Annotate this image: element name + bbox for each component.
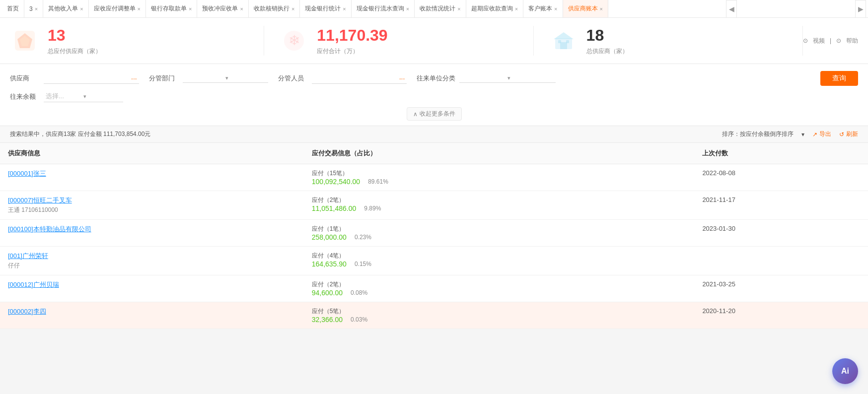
payable-info-cell: 应付（2笔）94,600.000.08% [304, 275, 695, 302]
supplier-info-cell: [000002]李四 [0, 302, 304, 329]
nav-tab-supplier-book[interactable]: 供应商账本 × [563, 0, 608, 18]
payable-amount[interactable]: 164,635.90 [312, 260, 347, 268]
department-select-wrap[interactable]: ▾ [183, 74, 268, 83]
overdue-query-close[interactable]: × [515, 6, 518, 12]
category-select-wrap[interactable]: ▾ [459, 74, 556, 83]
balance-select-wrap[interactable]: 选择... ▾ [44, 91, 123, 102]
person-ellipsis-btn[interactable]: ··· [399, 74, 405, 82]
stat1-label: 总应付供应商（家） [48, 47, 101, 56]
link-separator: | [830, 37, 831, 44]
stats-bar: 13 总应付供应商（家） ❄ 11,170.39 应付合计（万） 1 [0, 18, 868, 64]
main-table-wrap: 供应商信息 应付交易信息（占比） 上次付数 [000001]张三应付（15笔）1… [0, 143, 868, 329]
adjustment-close[interactable]: × [138, 6, 141, 12]
export-button[interactable]: ↗ 导出 [812, 130, 831, 138]
last-payment-date: 2023-01-30 [702, 225, 735, 232]
advance-receive-close[interactable]: × [240, 6, 243, 12]
customer-book-close[interactable]: × [554, 6, 557, 12]
payable-amount[interactable]: 94,600.00 [312, 289, 343, 297]
payable-label: 应付（4笔） [312, 252, 687, 260]
last-payment-cell: 2021-03-25 [694, 275, 868, 302]
cash-bank-flow-close[interactable]: × [406, 6, 409, 12]
payable-amount[interactable]: 100,092,540.00 [312, 178, 360, 186]
nav-tab-3[interactable]: 3 × [24, 0, 43, 18]
export-label: 导出 [819, 130, 831, 138]
payable-amount[interactable]: 258,000.00 [312, 233, 347, 241]
sort-label: 排序：按应付余额倒序排序 [722, 130, 794, 138]
nav-tab-customer-book[interactable]: 客户账本 × [523, 0, 563, 18]
video-link[interactable]: 视频 [813, 37, 825, 45]
sort-arrow-icon: ▾ [801, 131, 804, 138]
person-input-wrap: ··· [312, 73, 407, 84]
bank-deposit-close[interactable]: × [189, 6, 192, 12]
nav-tab-bank-deposit[interactable]: 银行存取款单 × [146, 0, 197, 18]
query-button[interactable]: 查询 [820, 71, 858, 86]
payable-amount[interactable]: 32,366.00 [312, 316, 343, 324]
nav-next-arrow[interactable]: ▶ [855, 0, 866, 18]
supplier-info-cell: [000007]恒旺二手叉车王通 17106110000 [0, 191, 304, 220]
nav-tab-cash-bank-stat[interactable]: 现金银行统计 × [300, 0, 351, 18]
store-icon [549, 26, 579, 56]
supplier-info-cell: [000012]广州贝瑞 [0, 275, 304, 302]
video-icon: ⊙ [803, 37, 808, 44]
payable-amount[interactable]: 11,051,486.00 [312, 204, 357, 212]
result-summary: 搜索结果中，供应商13家 应付金额 111,703,854.00元 [10, 130, 150, 138]
stat2-label: 应付合计（万） [317, 47, 387, 56]
supplier-link[interactable]: [000007]恒旺二手叉车 [8, 197, 72, 204]
nav-tab-other-income[interactable]: 其他收入单 × [43, 0, 88, 18]
filter-row-2: 往来余额 选择... ▾ [10, 91, 858, 102]
payable-label: 应付（2笔） [312, 196, 687, 204]
nav-tab-home[interactable]: 首页 [2, 0, 24, 18]
supplier-input[interactable] [46, 74, 129, 82]
supplier-input-wrap: ··· [44, 73, 139, 84]
supplier-filter: 供应商 ··· [10, 73, 139, 84]
nav-tab-advance-receive[interactable]: 预收冲应收单 × [197, 0, 248, 18]
tab3-close[interactable]: × [35, 6, 38, 12]
payable-info-cell: 应付（15笔）100,092,540.0089.61% [304, 164, 695, 191]
supplier-book-label: 供应商账本 [568, 4, 598, 13]
nav-tab-receipt-verify[interactable]: 收款核销执行 × [249, 0, 300, 18]
nav-tab-cash-bank-flow[interactable]: 现金银行流水查询 × [352, 0, 415, 18]
supplier-table: 供应商信息 应付交易信息（占比） 上次付数 [000001]张三应付（15笔）1… [0, 143, 868, 329]
person-input[interactable] [314, 74, 397, 82]
svg-rect-9 [566, 40, 569, 43]
supplier-link[interactable]: [001]广州荣轩 [8, 252, 48, 260]
nav-tab-overdue-query[interactable]: 超期应收款查询 × [466, 0, 523, 18]
nav-tab-adjustment[interactable]: 应收应付调整单 × [89, 0, 146, 18]
supplier-link[interactable]: [000012]广州贝瑞 [8, 281, 59, 288]
department-filter-label: 分管部门 [149, 74, 179, 83]
refresh-button[interactable]: ↺ 刷新 [839, 130, 858, 138]
last-payment-cell: 2020-11-20 [694, 302, 868, 329]
supplier-ellipsis-btn[interactable]: ··· [131, 74, 137, 82]
person-filter-label: 分管人员 [278, 74, 308, 83]
payable-info-cell: 应付（2笔）11,051,486.009.89% [304, 191, 695, 220]
home-tab-label: 首页 [7, 4, 19, 13]
other-income-close[interactable]: × [80, 6, 83, 12]
nav-tab-receipt-stat[interactable]: 收款情况统计 × [415, 0, 466, 18]
supplier-info-cell: [000100]本特勤油品有限公司 [0, 220, 304, 247]
department-arrow-icon: ▾ [225, 75, 266, 81]
nav-prev-arrow[interactable]: ◀ [726, 0, 737, 18]
th-supplier-info: 供应商信息 [0, 143, 304, 164]
payable-percent: 0.03% [351, 316, 367, 323]
cash-bank-stat-close[interactable]: × [343, 6, 346, 12]
tab3-label: 3 [29, 5, 33, 12]
supplier-link[interactable]: [000002]李四 [8, 308, 46, 315]
last-payment-cell: 2021-11-17 [694, 191, 868, 220]
person-filter: 分管人员 ··· [278, 73, 407, 84]
cash-bank-stat-label: 现金银行统计 [305, 4, 341, 13]
help-link[interactable]: 帮助 [846, 37, 858, 45]
supplier-link[interactable]: [000001]张三 [8, 170, 46, 177]
bank-deposit-label: 银行存取款单 [151, 4, 187, 13]
contact-info: 王通 17106110000 [8, 206, 296, 214]
collapse-more-button[interactable]: ∧ 收起更多条件 [407, 107, 462, 121]
stat3-label: 总供应商（家） [586, 47, 628, 56]
receipt-stat-close[interactable]: × [457, 6, 460, 12]
payable-percent: 0.23% [355, 234, 371, 241]
collapse-arrow-icon: ∧ [413, 111, 418, 118]
svg-rect-7 [560, 42, 567, 49]
collapse-btn-label: 收起更多条件 [420, 110, 455, 118]
supplier-link[interactable]: [000100]本特勤油品有限公司 [8, 225, 91, 233]
receipt-verify-close[interactable]: × [291, 6, 294, 12]
supplier-book-close[interactable]: × [600, 6, 603, 12]
payable-percent: 9.89% [364, 205, 381, 212]
